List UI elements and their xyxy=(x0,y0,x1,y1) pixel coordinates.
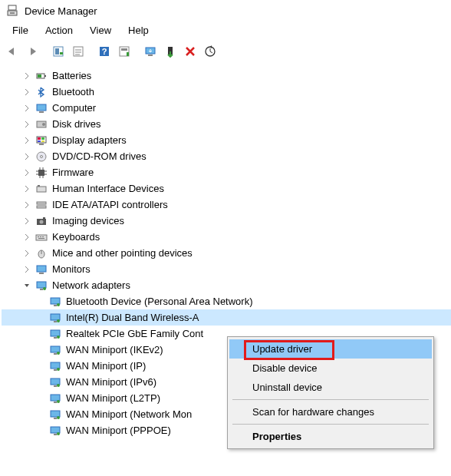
properties-button[interactable] xyxy=(69,42,87,61)
display-icon xyxy=(35,134,48,147)
chevron-right-icon[interactable] xyxy=(21,232,32,243)
chevron-right-icon[interactable] xyxy=(21,87,32,98)
svg-point-79 xyxy=(57,384,60,387)
tree-category-disk-drives[interactable]: Disk drives xyxy=(2,116,451,132)
tree-label: WAN Miniport (IP) xyxy=(64,360,147,372)
svg-rect-29 xyxy=(38,140,41,142)
svg-rect-20 xyxy=(44,75,46,77)
tree-label: WAN Miniport (L2TP) xyxy=(64,392,162,404)
chevron-right-icon[interactable] xyxy=(21,119,32,130)
tree-item-intel-wireless[interactable]: Intel(R) Dual Band Wireless-A xyxy=(2,309,451,326)
tree-label: Bluetooth xyxy=(51,86,96,98)
tree-label: Network adapters xyxy=(51,279,132,291)
svg-rect-28 xyxy=(41,137,44,140)
svg-rect-81 xyxy=(54,402,57,403)
tree-category-keyboards[interactable]: Keyboards xyxy=(2,229,451,245)
tree-category-dvd[interactable]: DVD/CD-ROM drives xyxy=(2,148,451,164)
update-driver-button[interactable] xyxy=(141,42,160,61)
chevron-right-icon[interactable] xyxy=(21,151,32,162)
chevron-right-icon[interactable] xyxy=(21,183,32,194)
network-adapter-icon xyxy=(49,328,61,340)
tree-label: WAN Miniport (IKEv2) xyxy=(64,344,165,355)
svg-rect-57 xyxy=(37,266,46,272)
chevron-down-icon[interactable] xyxy=(21,280,32,291)
tree-label: Batteries xyxy=(51,70,93,81)
svg-rect-52 xyxy=(40,236,41,237)
svg-rect-63 xyxy=(54,305,57,306)
context-menu: Update driver Disable device Uninstall d… xyxy=(227,336,434,449)
svg-rect-27 xyxy=(38,137,41,140)
svg-rect-65 xyxy=(51,314,60,320)
svg-rect-77 xyxy=(51,378,60,385)
uninstall-device-button[interactable] xyxy=(181,42,199,61)
menu-view[interactable]: View xyxy=(82,23,119,38)
chevron-right-icon[interactable] xyxy=(21,200,32,210)
svg-rect-2 xyxy=(10,12,15,14)
enable-device-button[interactable] xyxy=(161,42,179,61)
svg-rect-44 xyxy=(38,185,40,187)
tree-item-bluetooth-device[interactable]: Bluetooth Device (Personal Area Network) xyxy=(2,293,451,309)
tree-label: WAN Miniport (Network Mon xyxy=(64,408,193,420)
network-adapter-icon xyxy=(49,408,61,421)
network-adapter-icon xyxy=(49,376,61,388)
svg-rect-14 xyxy=(127,52,129,56)
svg-rect-69 xyxy=(54,337,57,339)
chevron-right-icon[interactable] xyxy=(21,135,32,146)
tree-label: Monitors xyxy=(51,263,92,275)
tree-label: Keyboards xyxy=(51,231,101,243)
titlebar: Device Manager xyxy=(0,0,451,21)
network-adapter-icon xyxy=(49,296,61,308)
menu-help[interactable]: Help xyxy=(120,23,156,38)
tree-label: Imaging devices xyxy=(51,215,126,226)
context-menu-uninstall-device[interactable]: Uninstall device xyxy=(229,378,432,397)
tree-category-monitors[interactable]: Monitors xyxy=(2,261,451,277)
context-menu-scan-hardware[interactable]: Scan for hardware changes xyxy=(229,402,432,421)
tree-category-imaging[interactable]: Imaging devices xyxy=(2,213,451,229)
back-button[interactable] xyxy=(3,42,21,61)
tree-category-ide[interactable]: IDE ATA/ATAPI controllers xyxy=(2,197,451,213)
chevron-right-icon[interactable] xyxy=(21,216,32,226)
tree-category-computer[interactable]: Computer xyxy=(2,100,451,116)
chevron-right-icon[interactable] xyxy=(21,264,32,275)
menu-file[interactable]: File xyxy=(5,23,36,38)
chevron-right-icon[interactable] xyxy=(21,103,32,114)
tree-label: Firmware xyxy=(51,167,95,178)
svg-point-64 xyxy=(57,303,60,306)
action-button[interactable] xyxy=(115,42,133,61)
context-menu-disable-device[interactable]: Disable device xyxy=(229,359,432,378)
scan-hardware-button[interactable] xyxy=(201,42,219,61)
help-button[interactable]: ? xyxy=(95,42,114,61)
bluetooth-icon xyxy=(35,86,48,98)
dvd-icon xyxy=(35,150,48,163)
svg-rect-58 xyxy=(39,273,44,274)
svg-point-85 xyxy=(57,416,60,419)
chevron-right-icon[interactable] xyxy=(21,167,32,178)
imaging-icon xyxy=(35,215,48,227)
tree-label: Bluetooth Device (Personal Area Network) xyxy=(64,296,255,307)
tree-category-bluetooth[interactable]: Bluetooth xyxy=(2,84,451,100)
tree-category-mice[interactable]: Mice and other pointing devices xyxy=(2,245,451,261)
svg-rect-21 xyxy=(38,74,41,78)
tree-label: WAN Miniport (IPv6) xyxy=(64,376,158,388)
svg-point-82 xyxy=(57,400,60,403)
tree-category-network-adapters[interactable]: Network adapters xyxy=(2,277,451,293)
forward-button[interactable] xyxy=(23,42,41,61)
svg-rect-13 xyxy=(121,48,127,51)
tree-category-hid[interactable]: Human Interface Devices xyxy=(2,180,451,197)
svg-rect-0 xyxy=(8,5,16,10)
context-menu-properties[interactable]: Properties xyxy=(229,427,432,446)
tree-label: Computer xyxy=(51,102,97,114)
svg-point-70 xyxy=(57,336,60,339)
svg-rect-5 xyxy=(60,52,63,55)
show-hide-tree-button[interactable] xyxy=(49,42,67,61)
context-menu-update-driver[interactable]: Update driver xyxy=(229,339,432,359)
menu-action[interactable]: Action xyxy=(38,23,81,38)
chevron-right-icon[interactable] xyxy=(21,71,32,81)
tree-category-display-adapters[interactable]: Display adapters xyxy=(2,132,451,148)
tree-category-batteries[interactable]: Batteries xyxy=(2,68,451,84)
chevron-right-icon[interactable] xyxy=(21,248,32,259)
hid-icon xyxy=(35,183,48,195)
svg-rect-71 xyxy=(51,346,60,352)
tree-category-firmware[interactable]: Firmware xyxy=(2,164,451,180)
svg-point-73 xyxy=(57,352,60,355)
